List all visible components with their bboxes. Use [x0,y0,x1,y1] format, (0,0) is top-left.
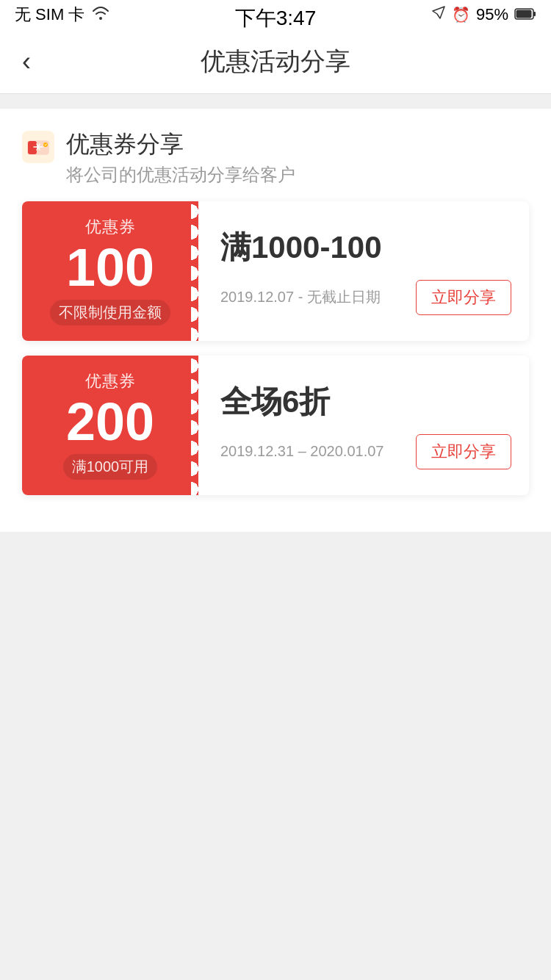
section-subtitle: 将公司的优惠活动分享给客户 [66,163,295,187]
coupon-label-1: 优惠券 [85,216,136,238]
svg-rect-1 [533,12,536,16]
status-left: 无 SIM 卡 [15,4,111,26]
status-bar: 无 SIM 卡 下午3:47 ⏰ 95% [0,0,551,29]
section-divider-top [0,94,551,109]
coupon-card-1: 优惠券 100 不限制使用金额 满1000-100 2019.12.07 - 无… [22,201,529,341]
coupon-list: 优惠券 100 不限制使用金额 满1000-100 2019.12.07 - 无… [0,201,551,532]
coupon-left-2: 优惠券 200 满1000可用 [22,356,198,495]
coupon-date-2: 2019.12.31 – 2020.01.07 [220,443,383,460]
coupon-right-1: 满1000-100 2019.12.07 - 无截止日期 立即分享 [198,201,529,341]
bottom-empty-space [0,532,551,973]
share-button-1[interactable]: 立即分享 [416,280,511,315]
carrier-label: 无 SIM 卡 [15,4,84,26]
section-header: 优惠券分享 将公司的优惠活动分享给客户 [0,109,551,201]
status-right: ⏰ 95% [431,5,536,24]
coupon-card-2: 优惠券 200 满1000可用 全场6折 2019.12.31 – 2020.0… [22,356,529,495]
section-icon [22,131,54,163]
location-icon [431,5,446,24]
status-time: 下午3:47 [235,4,317,32]
svg-rect-2 [516,10,532,18]
coupon-left-1: 优惠券 100 不限制使用金额 [22,201,198,341]
coupon-name-1: 满1000-100 [220,227,511,268]
nav-bar: ‹ 优惠活动分享 [0,29,551,94]
back-button[interactable]: ‹ [22,46,31,77]
svg-rect-5 [28,141,37,154]
share-button-2[interactable]: 立即分享 [416,434,511,469]
coupon-date-1: 2019.12.07 - 无截止日期 [220,287,381,307]
coupon-condition-2: 满1000可用 [63,454,158,480]
coupon-footer-1: 2019.12.07 - 无截止日期 立即分享 [220,280,511,315]
battery-percent: 95% [476,5,508,24]
coupon-amount-2: 200 [66,395,154,448]
coupon-label-2: 优惠券 [85,370,136,392]
battery-icon [514,5,536,24]
coupon-right-2: 全场6折 2019.12.31 – 2020.01.07 立即分享 [198,356,529,495]
coupon-condition-1: 不限制使用金额 [50,300,170,325]
wifi-icon [90,5,111,24]
alarm-icon: ⏰ [452,6,470,24]
section-title: 优惠券分享 [66,129,295,160]
page-title: 优惠活动分享 [201,45,350,79]
coupon-name-2: 全场6折 [220,381,511,422]
coupon-amount-1: 100 [66,241,154,294]
coupon-footer-2: 2019.12.31 – 2020.01.07 立即分享 [220,434,511,469]
section-text: 优惠券分享 将公司的优惠活动分享给客户 [66,129,295,187]
